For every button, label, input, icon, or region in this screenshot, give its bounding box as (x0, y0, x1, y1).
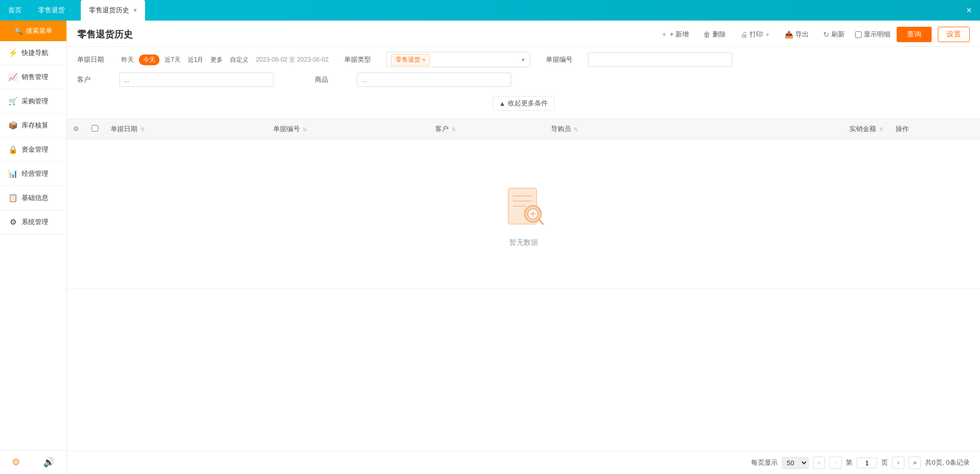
date-last-month[interactable]: 近1月 (186, 54, 206, 65)
type-chevron-icon: ▼ (521, 57, 526, 63)
collapse-button[interactable]: ▲ 收起更多条件 (492, 96, 555, 111)
delete-button[interactable]: 🗑 删除 (699, 28, 730, 41)
show-detail-checkbox[interactable] (855, 31, 862, 38)
th-number-label: 单据编号 (273, 125, 300, 133)
number-input[interactable] (588, 52, 732, 67)
th-amount-label: 实销金额 (849, 125, 876, 133)
number-filter-label: 单据编号 (546, 55, 582, 64)
customer-input[interactable] (119, 72, 274, 87)
date-filter-label: 单据日期 (77, 55, 113, 64)
date-more[interactable]: 更多 (208, 54, 225, 65)
select-all-checkbox[interactable] (92, 125, 98, 132)
th-date-label: 单据日期 (111, 125, 137, 133)
date-options: 昨天 今天 近7天 近1月 更多 自定义 (119, 54, 251, 65)
goods-filter-group: 商品 (315, 72, 511, 87)
goods-input[interactable] (357, 72, 511, 87)
table-wrap: ⚙ 单据日期 ⇅ 单据编号 ⇅ 客户 (67, 119, 980, 451)
window-close-button[interactable]: × (966, 5, 972, 16)
prev-page-button[interactable]: ‹ (829, 457, 842, 469)
number-sort-icon[interactable]: ⇅ (302, 126, 307, 132)
print-label: 打印 (750, 30, 763, 39)
sidebar-item-finance-label: 资金管理 (22, 145, 48, 154)
first-page-button[interactable]: « (813, 457, 825, 469)
collapse-label: 收起更多条件 (508, 99, 548, 108)
sidebar-search[interactable]: 🔍 搜索菜单 (0, 21, 66, 41)
export-button[interactable]: 📤 导出 (780, 28, 813, 41)
empty-row: 暂无数据 (67, 139, 980, 288)
collapse-row: ▲ 收起更多条件 (77, 92, 970, 119)
operations-icon: 📊 (8, 169, 17, 178)
refresh-button[interactable]: ↻ 刷新 (819, 28, 849, 41)
page-number-input[interactable] (857, 458, 877, 468)
page-header: 零售退货历史 ＋ + 新增 🗑 删除 🖨 打印 ▼ 📤 导出 (67, 21, 980, 47)
date-today[interactable]: 今天 (139, 54, 159, 65)
sidebar-item-operations-label: 经营管理 (22, 169, 48, 178)
th-guide-label: 导购员 (551, 125, 571, 133)
number-filter-group: 单据编号 (546, 52, 732, 67)
delete-icon: 🗑 (703, 30, 710, 39)
date-custom[interactable]: 自定义 (228, 54, 251, 65)
sidebar-item-system[interactable]: ⚙ 系统管理 (0, 210, 66, 234)
filter-row-1: 单据日期 昨天 今天 近7天 近1月 更多 自定义 2023-06-02 至 2… (77, 52, 970, 67)
export-label: 导出 (795, 30, 809, 39)
type-select-box[interactable]: 零售退货 × ▼ (386, 52, 530, 67)
last-page-button[interactable]: » (908, 457, 921, 469)
th-number: 单据编号 ⇅ (267, 119, 430, 139)
th-spacer (684, 119, 727, 139)
th-settings[interactable]: ⚙ (67, 119, 85, 139)
sidebar-item-operations[interactable]: 📊 经营管理 (0, 162, 66, 186)
tab-home[interactable]: 首页 (0, 0, 30, 21)
th-customer: 客户 ⇅ (429, 119, 544, 139)
type-tag-remove[interactable]: × (422, 57, 425, 63)
page-text: 第 (846, 458, 852, 467)
collapse-icon: ▲ (499, 100, 506, 107)
audio-icon[interactable]: 🔊 (43, 457, 55, 468)
sidebar-item-basic-info[interactable]: 📋 基础信息 (0, 186, 66, 210)
show-detail-checkbox-label[interactable]: 显示明细 (855, 30, 890, 39)
th-date: 单据日期 ⇅ (104, 119, 267, 139)
tab-retail-return-close[interactable]: × (69, 7, 73, 14)
print-button[interactable]: 🖨 打印 ▼ (736, 28, 774, 41)
type-filter-label: 单据类型 (344, 55, 380, 64)
sidebar-search-label: 搜索菜单 (26, 26, 52, 35)
tab-retail-return-history-close[interactable]: × (133, 7, 137, 14)
date-sort-icon[interactable]: ⇅ (140, 126, 145, 132)
goods-filter-label: 商品 (315, 75, 351, 84)
amount-sort-icon[interactable]: ⇅ (879, 126, 883, 132)
toolbar: ＋ + 新增 🗑 删除 🖨 打印 ▼ 📤 导出 ↻ (656, 27, 970, 42)
add-button[interactable]: ＋ + 新增 (656, 28, 693, 41)
sidebar-item-quick-nav[interactable]: ⚡ 快捷导航 (0, 41, 66, 65)
page-title: 零售退货历史 (77, 28, 133, 41)
sidebar-item-sales-mgmt[interactable]: 📈 销售管理 (0, 65, 66, 89)
th-customer-label: 客户 (435, 125, 449, 133)
page-label: 页 (881, 458, 888, 467)
guide-sort-icon[interactable]: ⇅ (574, 126, 578, 132)
refresh-icon: ↻ (823, 30, 829, 39)
tab-retail-return[interactable]: 零售退货 × (30, 0, 81, 21)
export-icon: 📤 (785, 30, 793, 39)
settings-button[interactable]: 设置 (938, 27, 970, 42)
print-icon: 🖨 (740, 30, 747, 39)
delete-label: 删除 (712, 30, 726, 39)
basic-info-icon: 📋 (8, 193, 17, 203)
sidebar-item-purchase-mgmt[interactable]: 🛒 采购管理 (0, 89, 66, 114)
tab-retail-return-history[interactable]: 零售退货历史 × (81, 0, 145, 21)
sidebar-item-inventory[interactable]: 📦 库存核算 (0, 114, 66, 138)
next-page-button[interactable]: › (892, 457, 904, 469)
system-icon: ⚙ (8, 217, 17, 227)
sidebar-item-finance[interactable]: 🔒 资金管理 (0, 138, 66, 162)
query-button[interactable]: 查询 (897, 27, 932, 42)
customer-sort-icon[interactable]: ⇅ (452, 126, 456, 132)
tab-retail-return-label: 零售退货 (38, 6, 65, 15)
th-checkbox[interactable] (85, 119, 104, 139)
settings-gear-icon[interactable]: ⚙ (12, 457, 20, 468)
add-label: + 新增 (670, 30, 689, 39)
th-action: 操作 (889, 119, 980, 139)
customer-filter-label: 客户 (77, 75, 113, 84)
date-last7[interactable]: 近7天 (163, 54, 183, 65)
date-filter-group: 单据日期 昨天 今天 近7天 近1月 更多 自定义 2023-06-02 至 2… (77, 54, 329, 65)
page-size-select[interactable]: 10 20 50 100 (782, 457, 809, 469)
date-yesterday[interactable]: 昨天 (119, 54, 136, 65)
sidebar-item-system-label: 系统管理 (22, 217, 48, 227)
type-filter-group: 单据类型 零售退货 × ▼ (344, 52, 530, 67)
